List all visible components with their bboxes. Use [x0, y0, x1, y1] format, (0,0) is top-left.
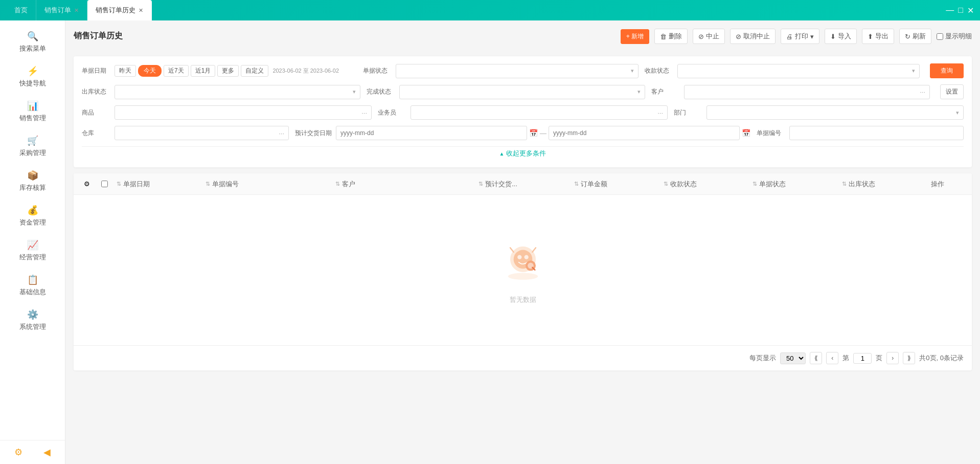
- collapse-bar[interactable]: ▲ 收起更多条件: [82, 146, 964, 160]
- th-date: ⇅ 单据日期: [112, 180, 201, 189]
- customer-more-icon[interactable]: ···: [920, 88, 925, 96]
- warehouse-more-icon[interactable]: ···: [279, 129, 284, 137]
- refresh-label: 刷新: [913, 32, 926, 41]
- order-number-input[interactable]: [789, 126, 964, 140]
- calendar-start-icon[interactable]: 📅: [529, 129, 538, 137]
- tab-sales-history[interactable]: 销售订单历史 ✕: [87, 0, 152, 20]
- sort-icon-pay[interactable]: ⇅: [664, 181, 668, 187]
- warehouse-filter-control: ···: [115, 126, 289, 140]
- current-page-input[interactable]: [853, 353, 872, 364]
- close-window-button[interactable]: ✕: [967, 6, 974, 15]
- order-status-select[interactable]: ▾: [396, 64, 638, 78]
- sidebar-item-sales[interactable]: 📊 销售管理: [0, 94, 65, 129]
- sidebar-item-inventory[interactable]: 📦 库存核算: [0, 164, 65, 198]
- filter-customer: 客户 ···: [651, 85, 930, 99]
- date-btn-yesterday[interactable]: 昨天: [115, 65, 136, 77]
- first-page-button[interactable]: ⟪: [810, 352, 822, 364]
- sort-icon-order[interactable]: ⇅: [753, 181, 757, 187]
- tab-sales-history-close[interactable]: ✕: [139, 7, 143, 14]
- prev-page-button[interactable]: ‹: [826, 352, 838, 364]
- maximize-button[interactable]: □: [958, 6, 963, 15]
- minimize-button[interactable]: —: [946, 6, 954, 15]
- order-status-arrow-icon: ▾: [631, 68, 634, 74]
- sidebar-bottom: ⚙ ◀: [0, 440, 65, 464]
- sidebar-item-search[interactable]: 🔍 搜索菜单: [0, 25, 65, 59]
- sort-icon-out[interactable]: ⇅: [842, 181, 847, 187]
- export-label: 导出: [875, 32, 888, 41]
- select-all-checkbox[interactable]: [101, 181, 108, 187]
- th-settings[interactable]: ⚙: [78, 180, 96, 188]
- salesperson-more-icon[interactable]: ···: [657, 109, 663, 117]
- complete-status-select[interactable]: ▾: [399, 85, 645, 99]
- finance-icon: 💰: [27, 205, 38, 216]
- date-btn-more[interactable]: 更多: [217, 65, 239, 77]
- filter-row-4: 仓库 ··· 预计交货日期 📅 — 📅: [82, 126, 964, 140]
- table-header: ⚙ ⇅ 单据日期 ⇅ 单据编号 ⇅ 客户 ⇅: [74, 173, 972, 195]
- th-action-label: 操作: [931, 180, 944, 189]
- next-page-button[interactable]: ›: [886, 352, 899, 364]
- tab-sales-order-label: 销售订单: [44, 6, 71, 15]
- sort-icon-customer[interactable]: ⇅: [335, 181, 340, 187]
- customer-input[interactable]: ···: [684, 85, 930, 99]
- show-detail-checkbox-label[interactable]: 显示明细: [937, 32, 972, 41]
- cancel-stop-button[interactable]: ⊘ 取消中止: [730, 29, 776, 44]
- sidebar-item-system[interactable]: ⚙️ 系统管理: [0, 303, 65, 338]
- last-page-button[interactable]: ⟫: [903, 352, 915, 364]
- delivery-date-start[interactable]: [336, 126, 527, 140]
- tab-sales-order-close[interactable]: ✕: [74, 7, 79, 14]
- main-layout: 🔍 搜索菜单 ⚡ 快捷导航 📊 销售管理 🛒 采购管理 📦 库存核算 💰 资金管…: [0, 20, 980, 464]
- sort-icon-num[interactable]: ⇅: [206, 181, 210, 187]
- collapse-label: 收起更多条件: [506, 149, 546, 158]
- stop-button[interactable]: ⊘ 中止: [693, 29, 725, 44]
- date-btn-custom[interactable]: 自定义: [241, 65, 268, 77]
- page-size-select[interactable]: 50 100 200: [780, 352, 806, 364]
- filter-payment-status: 收款状态 ▾: [645, 64, 920, 78]
- settings-button[interactable]: 设置: [940, 84, 964, 99]
- show-detail-label: 显示明细: [945, 32, 972, 41]
- sidebar-collapse-button[interactable]: ◀: [43, 447, 51, 458]
- date-buttons: 昨天 今天 近7天 近1月 更多 自定义: [115, 65, 268, 77]
- date-btn-1month[interactable]: 近1月: [191, 65, 216, 77]
- th-amount-label: 订单金额: [581, 180, 607, 189]
- calendar-end-icon[interactable]: 📅: [742, 129, 750, 137]
- date-btn-today[interactable]: 今天: [138, 65, 162, 77]
- svg-point-0: [508, 273, 537, 280]
- filter-salesperson: 业务员 ···: [378, 105, 668, 120]
- department-select[interactable]: ▾: [706, 105, 964, 120]
- delivery-date-end[interactable]: [549, 126, 740, 140]
- sort-icon-date[interactable]: ⇅: [117, 181, 121, 187]
- warehouse-input[interactable]: ···: [115, 126, 289, 140]
- table-settings-icon[interactable]: ⚙: [84, 180, 90, 188]
- sidebar-item-purchase[interactable]: 🛒 采购管理: [0, 129, 65, 164]
- filter-row-2: 出库状态 ▾ 完成状态 ▾ 客户: [82, 84, 964, 99]
- tab-sales-order[interactable]: 销售订单 ✕: [36, 0, 87, 20]
- sidebar-item-operations[interactable]: 📈 经营管理: [0, 233, 65, 268]
- print-button[interactable]: 🖨 打印 ▾: [781, 29, 819, 44]
- query-button[interactable]: 查询: [930, 63, 964, 78]
- th-amount: ⇅ 订单金额: [570, 180, 659, 189]
- sort-icon-delivery[interactable]: ⇅: [478, 181, 483, 187]
- sidebar-item-quick-nav[interactable]: ⚡ 快捷导航: [0, 59, 65, 94]
- filter-panel: 单据日期 昨天 今天 近7天 近1月 更多 自定义 2023-06-02 至 2…: [74, 56, 972, 167]
- delivery-status-select[interactable]: ▾: [115, 85, 360, 99]
- sidebar-item-finance[interactable]: 💰 资金管理: [0, 198, 65, 233]
- date-btn-7days[interactable]: 近7天: [164, 65, 189, 77]
- payment-status-select[interactable]: ▾: [677, 64, 920, 78]
- sidebar-item-basic-info[interactable]: 📋 基础信息: [0, 268, 65, 303]
- export-button[interactable]: ⬆ 导出: [862, 29, 894, 44]
- import-button[interactable]: ⬇ 导入: [825, 29, 857, 44]
- product-input[interactable]: ···: [115, 105, 372, 120]
- product-more-icon[interactable]: ···: [361, 109, 367, 117]
- th-checkbox[interactable]: [96, 181, 112, 187]
- delete-button[interactable]: 🗑 删除: [654, 29, 688, 44]
- sidebar-settings-button[interactable]: ⚙: [14, 447, 22, 458]
- customer-filter-label: 客户: [651, 87, 680, 96]
- refresh-button[interactable]: ↻ 刷新: [899, 29, 931, 44]
- salesperson-input[interactable]: ···: [411, 105, 668, 120]
- customer-filter-control: ···: [684, 85, 930, 99]
- show-detail-checkbox[interactable]: [937, 33, 943, 40]
- new-button[interactable]: + 新增: [621, 29, 649, 44]
- sort-icon-amount[interactable]: ⇅: [574, 181, 579, 187]
- tab-home[interactable]: 首页: [6, 0, 36, 20]
- tab-sales-history-label: 销售订单历史: [96, 6, 135, 15]
